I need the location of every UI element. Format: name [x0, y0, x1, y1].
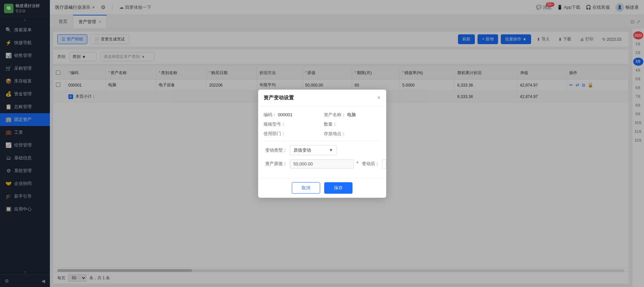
modal-after-change-input[interactable] [382, 159, 386, 168]
modal-body: 编码： 000001 资产名称： 电脑 规格型号： 数量： [258, 106, 386, 178]
modal-footer: 取消 保存 [258, 178, 386, 198]
modal-info-row2: 规格型号： 数量： [264, 121, 381, 127]
modal-header: 资产变动设置 × [258, 90, 386, 106]
modal-info-row1: 编码： 000001 资产名称： 电脑 [264, 112, 381, 118]
modal-asset-value-row: 资产原值： * 变动后： [264, 159, 381, 168]
modal-change-type-value: 原值变动 [294, 147, 311, 153]
modal-change-type-label: 变动类型： [264, 147, 287, 153]
modal-change-type-row: 变动类型： 原值变动 ▼ [264, 145, 381, 155]
modal-close-icon[interactable]: × [377, 94, 381, 101]
modal-name-value: 电脑 [347, 112, 356, 118]
modal-name-label: 资产名称： [324, 112, 346, 118]
modal-after-change-label: 变动后： [362, 161, 379, 167]
modal-spec-field: 规格型号： [264, 121, 320, 127]
asset-change-modal: 资产变动设置 × 编码： 000001 资产名称： 电脑 规格型号： [258, 90, 386, 198]
modal-change-type-chevron: ▼ [329, 148, 333, 153]
modal-quantity-label: 数量： [324, 121, 337, 127]
modal-divider [264, 141, 381, 141]
modal-title: 资产变动设置 [264, 95, 294, 101]
modal-dept-label: 使用部门： [264, 131, 285, 137]
modal-asset-value-label: 资产原值： [264, 161, 287, 167]
cancel-button[interactable]: 取消 [292, 182, 320, 194]
modal-spec-label: 规格型号： [264, 121, 285, 127]
modal-change-type-select[interactable]: 原值变动 ▼ [290, 145, 337, 155]
modal-asset-value-input[interactable] [290, 159, 354, 168]
save-button[interactable]: 保存 [324, 182, 352, 194]
modal-code-field: 编码： 000001 [264, 112, 320, 118]
modal-location-label: 存放地点： [324, 131, 346, 137]
modal-overlay: 资产变动设置 × 编码： 000001 资产名称： 电脑 规格型号： [0, 0, 644, 287]
modal-location-field: 存放地点： [324, 131, 381, 137]
modal-quantity-field: 数量： [324, 121, 381, 127]
modal-dept-field: 使用部门： [264, 131, 320, 137]
modal-code-label: 编码： [264, 112, 277, 118]
modal-code-value: 000001 [278, 112, 293, 117]
required-star: * [357, 161, 359, 167]
modal-name-field: 资产名称： 电脑 [324, 112, 381, 118]
modal-info-row3: 使用部门： 存放地点： [264, 131, 381, 137]
